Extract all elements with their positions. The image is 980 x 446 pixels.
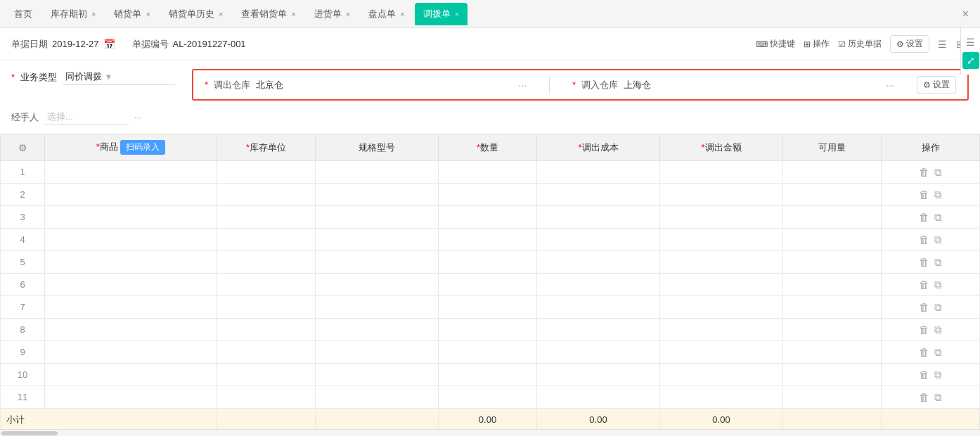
available-cell[interactable] — [783, 184, 882, 206]
cost-cell[interactable] — [537, 341, 660, 364]
copy-icon[interactable]: ⧉ — [934, 301, 942, 313]
copy-icon[interactable]: ⧉ — [934, 391, 942, 403]
amount-cell[interactable] — [660, 341, 783, 364]
cost-cell[interactable] — [537, 229, 660, 251]
cost-cell[interactable] — [537, 274, 660, 296]
unit-cell[interactable] — [217, 296, 316, 319]
layout-list-btn[interactable]: ☰ — [934, 36, 950, 53]
amount-cell[interactable] — [660, 251, 783, 274]
delete-icon[interactable]: 🗑 — [919, 166, 929, 178]
unit-cell[interactable] — [217, 229, 316, 251]
delete-icon[interactable]: 🗑 — [919, 234, 929, 246]
amount-cell[interactable] — [660, 386, 783, 409]
copy-icon[interactable]: ⧉ — [934, 369, 942, 381]
copy-icon[interactable]: ⧉ — [934, 346, 942, 358]
history-link[interactable]: ☑ 历史单据 — [838, 38, 882, 50]
amount-cell[interactable] — [660, 319, 783, 341]
copy-icon[interactable]: ⧉ — [934, 234, 942, 246]
spec-cell[interactable] — [316, 341, 439, 364]
amount-cell[interactable] — [660, 364, 783, 386]
qty-cell[interactable] — [439, 229, 537, 251]
spec-cell[interactable] — [316, 161, 439, 184]
delete-icon[interactable]: 🗑 — [919, 279, 929, 291]
bottom-scrollbar[interactable] — [0, 429, 980, 436]
person-select[interactable]: 选择... — [44, 109, 129, 125]
spec-cell[interactable] — [316, 206, 439, 229]
product-cell[interactable] — [45, 319, 217, 341]
available-cell[interactable] — [783, 386, 882, 409]
amount-cell[interactable] — [660, 184, 783, 206]
available-cell[interactable] — [783, 341, 882, 364]
cost-cell[interactable] — [537, 319, 660, 341]
spec-cell[interactable] — [316, 386, 439, 409]
tab-view-sales[interactable]: 查看销货单 × — [233, 3, 304, 25]
qty-cell[interactable] — [439, 386, 537, 409]
copy-icon[interactable]: ⧉ — [934, 166, 942, 178]
copy-icon[interactable]: ⧉ — [934, 279, 942, 291]
unit-cell[interactable] — [217, 274, 316, 296]
unit-cell[interactable] — [217, 206, 316, 229]
window-close-button[interactable]: × — [957, 5, 974, 23]
scan-button[interactable]: 扫码录入 — [120, 140, 165, 155]
delete-icon[interactable]: 🗑 — [919, 189, 929, 200]
spec-cell[interactable] — [316, 319, 439, 341]
tab-transfer-order-close[interactable]: × — [455, 10, 459, 18]
qty-cell[interactable] — [439, 274, 537, 296]
copy-icon[interactable]: ⧉ — [934, 211, 942, 223]
product-cell[interactable] — [45, 341, 217, 364]
amount-cell[interactable] — [660, 206, 783, 229]
transfer-out-more-icon[interactable]: ··· — [518, 79, 527, 91]
cost-cell[interactable] — [537, 364, 660, 386]
tab-purchase-order[interactable]: 进货单 × — [306, 3, 359, 25]
product-cell[interactable] — [45, 161, 217, 184]
spec-cell[interactable] — [316, 364, 439, 386]
unit-cell[interactable] — [217, 184, 316, 206]
sidebar-expand-btn[interactable]: ⤢ — [962, 52, 979, 69]
copy-icon[interactable]: ⧉ — [934, 256, 942, 268]
unit-cell[interactable] — [217, 251, 316, 274]
available-cell[interactable] — [783, 319, 882, 341]
available-cell[interactable] — [783, 364, 882, 386]
business-type-select[interactable]: 同价调拨 ▼ — [63, 69, 175, 85]
qty-cell[interactable] — [439, 206, 537, 229]
sidebar-list-btn[interactable]: ☰ — [962, 34, 979, 51]
calendar-icon[interactable]: 📅 — [103, 39, 115, 50]
available-cell[interactable] — [783, 161, 882, 184]
product-cell[interactable] — [45, 251, 217, 274]
tab-sales-order-close[interactable]: × — [146, 10, 150, 18]
tab-purchase-order-close[interactable]: × — [346, 10, 350, 18]
cost-cell[interactable] — [537, 296, 660, 319]
delete-icon[interactable]: 🗑 — [919, 391, 929, 403]
tab-view-sales-close[interactable]: × — [291, 10, 295, 18]
setting-button[interactable]: ⚙ 设置 — [890, 35, 929, 53]
product-cell[interactable] — [45, 386, 217, 409]
cost-cell[interactable] — [537, 251, 660, 274]
product-cell[interactable] — [45, 274, 217, 296]
cost-cell[interactable] — [537, 206, 660, 229]
delete-icon[interactable]: 🗑 — [919, 211, 929, 223]
available-cell[interactable] — [783, 296, 882, 319]
transfer-in-more-icon[interactable]: ··· — [886, 79, 894, 91]
unit-cell[interactable] — [217, 319, 316, 341]
amount-cell[interactable] — [660, 229, 783, 251]
available-cell[interactable] — [783, 274, 882, 296]
copy-icon[interactable]: ⧉ — [934, 189, 942, 200]
product-cell[interactable] — [45, 364, 217, 386]
qty-cell[interactable] — [439, 184, 537, 206]
unit-cell[interactable] — [217, 161, 316, 184]
product-cell[interactable] — [45, 229, 217, 251]
delete-icon[interactable]: 🗑 — [919, 301, 929, 313]
delete-icon[interactable]: 🗑 — [919, 369, 929, 381]
unit-cell[interactable] — [217, 364, 316, 386]
unit-cell[interactable] — [217, 386, 316, 409]
unit-cell[interactable] — [217, 341, 316, 364]
spec-cell[interactable] — [316, 184, 439, 206]
amount-cell[interactable] — [660, 296, 783, 319]
tab-sales-history[interactable]: 销货单历史 × — [160, 3, 231, 25]
spec-cell[interactable] — [316, 296, 439, 319]
qty-cell[interactable] — [439, 364, 537, 386]
qty-cell[interactable] — [439, 251, 537, 274]
cost-cell[interactable] — [537, 161, 660, 184]
qty-cell[interactable] — [439, 161, 537, 184]
tab-home[interactable]: 首页 — [6, 3, 41, 25]
